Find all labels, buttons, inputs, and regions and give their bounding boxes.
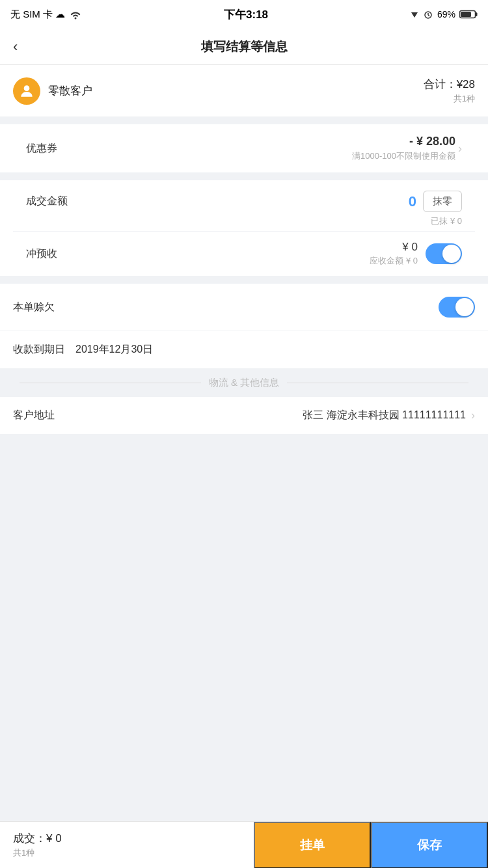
debt-toggle[interactable] (439, 297, 475, 318)
address-value: 张三 海淀永丰科技园 11111111111 (68, 409, 466, 422)
status-bar: 无 SIM 卡 ☁ 下午3:18 69% (0, 0, 488, 29)
bottom-count: 共1种 (13, 847, 254, 859)
battery-percent: 69% (437, 9, 455, 20)
due-date-label: 收款到期日 (13, 343, 65, 357)
location-icon (410, 10, 419, 19)
customer-total-block: 合计：¥28 共1种 (424, 77, 475, 105)
divider-1 (0, 116, 488, 124)
chevron-right-icon: › (458, 142, 462, 156)
coupon-label: 优惠券 (26, 142, 57, 156)
transaction-section: 成交金额 抹零 已抹 ¥ 0 冲预收 ¥ 0 应收金额 ¥ 0 (0, 180, 488, 276)
address-row[interactable]: 客户地址 张三 海淀永丰科技园 11111111111 › (0, 397, 488, 434)
transaction-label: 成交金额 (26, 195, 68, 208)
debt-section: 本单赊欠 收款到期日 2019年12月30日 (0, 284, 488, 368)
pre-receive-row: 冲预收 ¥ 0 应收金额 ¥ 0 (13, 232, 475, 276)
transaction-value-block: 抹零 (364, 191, 462, 212)
pre-receive-label: 冲预收 (26, 247, 57, 261)
divider-2 (0, 172, 488, 180)
address-label: 客户地址 (13, 409, 55, 422)
status-right: 69% (410, 9, 478, 20)
due-date-value: 2019年12月30日 (75, 343, 153, 357)
pend-button[interactable]: 挂单 (254, 822, 371, 869)
due-date-row: 收款到期日 2019年12月30日 (0, 331, 488, 368)
transaction-row: 成交金额 抹零 已抹 ¥ 0 (13, 180, 475, 232)
logistics-label: 物流 & 其他信息 (201, 377, 287, 389)
pre-receive-amount: ¥ 0 (370, 241, 418, 254)
divider-3 (0, 276, 488, 284)
coupon-desc: 满1000-100不限制使用金额 (352, 150, 455, 162)
no-sim-text: 无 SIM 卡 ☁ (10, 8, 65, 21)
address-chevron-icon: › (471, 409, 475, 422)
round-off-sub: 已抹 ¥ 0 (431, 216, 462, 226)
debt-toggle-knob (455, 298, 474, 316)
svg-marker-0 (411, 12, 418, 18)
empty-area (0, 434, 488, 551)
address-section: 客户地址 张三 海淀永丰科技园 11111111111 › (0, 397, 488, 434)
svg-rect-5 (475, 12, 477, 16)
status-left: 无 SIM 卡 ☁ (10, 8, 82, 21)
svg-rect-6 (461, 12, 471, 17)
status-time: 下午3:18 (224, 7, 268, 22)
customer-total: 合计：¥28 (424, 77, 475, 92)
coupon-row[interactable]: 优惠券 - ¥ 28.00 满1000-100不限制使用金额 › (13, 124, 475, 172)
pre-receive-sub: 应收金额 ¥ 0 (370, 255, 418, 267)
coupon-right: - ¥ 28.00 满1000-100不限制使用金额 (352, 135, 455, 162)
save-button[interactable]: 保存 (371, 822, 488, 869)
customer-name: 零散客户 (48, 83, 92, 98)
customer-left: 零散客户 (13, 77, 92, 105)
page-title: 填写结算等信息 (201, 38, 288, 55)
wifi-icon (69, 9, 82, 20)
toggle-knob (442, 245, 461, 263)
logistics-divider: 物流 & 其他信息 (0, 368, 488, 397)
svg-point-7 (24, 85, 30, 91)
customer-avatar (13, 77, 40, 105)
debt-label: 本单赊欠 (13, 301, 55, 314)
deal-prefix: 成交： (13, 832, 46, 845)
battery-icon (459, 10, 478, 19)
pre-receive-amounts: ¥ 0 应收金额 ¥ 0 (370, 241, 418, 267)
alarm-icon (423, 9, 433, 20)
bottom-summary: 成交：¥ 0 共1种 (0, 831, 254, 859)
back-button[interactable]: ‹ (13, 38, 18, 55)
person-icon (18, 83, 35, 100)
round-off-button[interactable]: 抹零 (423, 191, 462, 212)
coupon-section: 优惠券 - ¥ 28.00 满1000-100不限制使用金额 › (0, 124, 488, 172)
bottom-bar: 成交：¥ 0 共1种 挂单 保存 (0, 821, 488, 868)
svg-line-3 (428, 15, 429, 16)
customer-count: 共1种 (424, 93, 475, 105)
pre-receive-toggle[interactable] (426, 243, 462, 264)
debt-row: 本单赊欠 (0, 284, 488, 331)
transaction-input[interactable] (364, 193, 416, 210)
pre-receive-right: ¥ 0 应收金额 ¥ 0 (370, 241, 462, 267)
nav-bar: ‹ 填写结算等信息 (0, 29, 488, 65)
coupon-amount: - ¥ 28.00 (352, 135, 455, 148)
deal-amount: ¥ 0 (46, 832, 62, 845)
customer-row: 零散客户 合计：¥28 共1种 (0, 65, 488, 116)
bottom-deal: 成交：¥ 0 (13, 831, 254, 846)
